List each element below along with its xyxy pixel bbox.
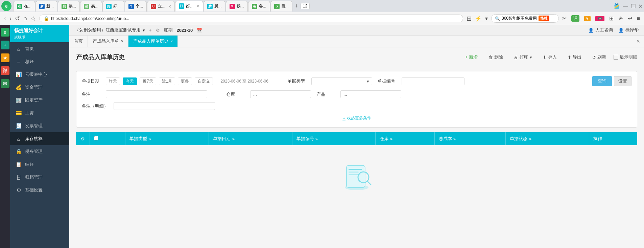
calendar-icon[interactable]: 📅 [197, 28, 202, 33]
col-settings[interactable]: ⚙ [76, 132, 90, 145]
date-btn-1month[interactable]: 近1月 [159, 77, 175, 85]
tab-8-close-icon[interactable]: × [196, 3, 199, 9]
tab-12[interactable]: S 目... [270, 1, 292, 12]
tab-6[interactable]: 个 个... [125, 1, 147, 12]
product-select[interactable]: ... [340, 90, 401, 98]
col-date[interactable]: 单据日期 ⇅ [209, 132, 292, 145]
date-btn-yesterday[interactable]: 昨天 [106, 77, 120, 85]
tab-2[interactable]: 新 新... [35, 1, 57, 12]
print-button[interactable]: 🖨 打印 ▾ [510, 53, 535, 62]
window-minimize-icon[interactable]: — [623, 3, 628, 9]
nav-item-inventory[interactable]: ⌂ 库存核算 [10, 132, 69, 145]
user-service[interactable]: 👤 人工咨询 [588, 27, 613, 33]
search-bar[interactable]: 🔍 360智能抠图免费用 热搜 [491, 14, 559, 23]
number-input[interactable] [402, 77, 464, 85]
nav-item-checkout[interactable]: 📋 结账 [10, 158, 69, 171]
add-company-button[interactable]: + [149, 28, 152, 33]
home-button[interactable]: ⌂ [23, 15, 27, 22]
delete-button[interactable]: 🗑 删除 [485, 53, 506, 62]
sidebar-icon-1[interactable]: e [1, 28, 9, 37]
nav-item-assets[interactable]: 🏢 固定资产 [10, 94, 69, 107]
tab-3[interactable]: 易 易... [58, 1, 80, 12]
collapse-button[interactable]: △ 收起更多条件 [82, 114, 631, 122]
close-panel-button[interactable]: × [632, 38, 644, 45]
nav-item-settings[interactable]: ⚙ 基础设置 [10, 184, 69, 197]
back-button[interactable]: ‹ [4, 15, 6, 22]
window-close-icon[interactable]: ✕ [638, 3, 643, 9]
export-button[interactable]: ⬆ 导出 [564, 53, 585, 62]
import-button[interactable]: ⬇ 导入 [540, 53, 560, 62]
tab-2-label: 新... [46, 3, 54, 9]
nav-item-payroll[interactable]: 💳 工资 [10, 107, 69, 119]
detail-remark-input[interactable] [114, 102, 215, 110]
user-profile[interactable]: 👤 徐泽华 [618, 27, 639, 33]
url-bar[interactable]: 🔒 https://cloud.chanjet.com/accounting/u… [39, 15, 463, 22]
remark-input[interactable] [106, 90, 207, 98]
nav-item-tax[interactable]: 🔒 税务管理 [10, 145, 69, 158]
nav-item-home[interactable]: ⌂ 首页 [10, 42, 69, 55]
grid-icon[interactable]: ⊞ [467, 15, 472, 22]
window-shirt-icon[interactable]: 🎽 [613, 3, 620, 9]
sidebar-icon-3[interactable]: ★ [1, 53, 9, 62]
data-table: ⚙ 单据类型 ⇅ 单据日期 ⇅ 单据编号 [76, 132, 637, 145]
scissors-icon[interactable]: ✂ [562, 15, 567, 22]
new-tab-button[interactable]: + [293, 3, 301, 10]
show-cols-checkbox[interactable] [614, 55, 618, 60]
translate-icon[interactable]: 译 [571, 15, 579, 22]
col-total-cost[interactable]: 总成本 ⇅ [434, 132, 506, 145]
date-btn-7days[interactable]: 近7天 [140, 77, 156, 85]
col-warehouse[interactable]: 仓库 ⇅ [376, 132, 434, 145]
date-btn-today[interactable]: 今天 [123, 77, 137, 85]
tab-5[interactable]: 好 好... [102, 1, 124, 12]
date-btn-more[interactable]: 更多 [178, 77, 192, 85]
refresh-btn[interactable]: ↺ 刷新 [589, 53, 610, 62]
game-icon[interactable]: 🎮 [595, 16, 604, 21]
type-select[interactable]: ▾ [311, 77, 372, 85]
tab-9[interactable]: 腾 腾... [204, 1, 225, 12]
forward-button[interactable]: › [9, 15, 11, 22]
warehouse-select[interactable]: ... [250, 90, 311, 98]
tab-4[interactable]: 易 易... [80, 1, 102, 12]
col-type[interactable]: 单据类型 ⇅ [125, 132, 209, 145]
breadcrumb-history[interactable]: 产成品入库单历史 × [128, 36, 178, 47]
sidebar-icon-2[interactable]: + [1, 41, 9, 49]
sidebar-icon-4[interactable]: 微 [1, 66, 9, 75]
currency-icon[interactable]: ¥ [584, 16, 591, 21]
tab-7-close-icon[interactable]: × [168, 4, 171, 9]
tab-1[interactable]: 在 在... [13, 1, 35, 12]
nav-item-finance[interactable]: 💰 资金管理 [10, 81, 69, 94]
nav-item-archive[interactable]: 🗄 归档管理 [10, 171, 69, 184]
col-number[interactable]: 单据编号 ⇅ [292, 132, 376, 145]
add-button[interactable]: + 新增 [462, 53, 481, 62]
lightning-icon[interactable]: ⚡ [475, 15, 482, 22]
col-checkbox[interactable] [90, 132, 125, 145]
select-all-checkbox[interactable] [94, 136, 98, 140]
sidebar-icon-5[interactable]: ✉ [1, 79, 9, 88]
breadcrumb-history-label: 产成品入库单历史 [133, 38, 168, 44]
tab-7[interactable]: C 企... × [147, 1, 175, 12]
tab-8[interactable]: 好 好... × [175, 1, 203, 12]
nav-item-reports[interactable]: 📊 云报表中心 [10, 68, 69, 81]
more-icon[interactable]: ≡ [637, 16, 640, 22]
setting-button[interactable]: 设置 [614, 76, 631, 86]
refresh-button[interactable]: ↺ [15, 15, 20, 22]
col-status[interactable]: 单据状态 ⇅ [506, 132, 589, 145]
nav-item-invoice[interactable]: 🧾 发票管理 [10, 119, 69, 132]
bookmark-button[interactable]: ☆ [30, 15, 36, 22]
breadcrumb-history-close-icon[interactable]: × [170, 39, 173, 44]
nav-item-general[interactable]: ≡ 总账 [10, 55, 69, 68]
sun-icon[interactable]: ☀ [618, 15, 623, 22]
windows-icon[interactable]: ⊞ [609, 15, 614, 22]
undo-icon[interactable]: ↩ [628, 15, 632, 22]
dropdown-icon[interactable]: ▾ [485, 15, 488, 22]
query-button[interactable]: 查询 [592, 76, 612, 86]
breadcrumb-list-close-icon[interactable]: × [121, 39, 123, 44]
tab-10[interactable]: M 畅... [226, 1, 248, 12]
date-btn-custom[interactable]: 自定义 [195, 77, 213, 85]
company-select[interactable]: （勿删勿禁用）江西服宝测试专用 ▾ [75, 27, 145, 33]
window-restore-icon[interactable]: ❐ [631, 3, 636, 9]
breadcrumb-home[interactable]: 首页 [69, 36, 88, 47]
tab-11[interactable]: 各 各... [248, 1, 270, 12]
breadcrumb-list[interactable]: 产成品入库单 × [88, 36, 128, 47]
company-settings-icon[interactable]: ⚙ [156, 28, 160, 33]
